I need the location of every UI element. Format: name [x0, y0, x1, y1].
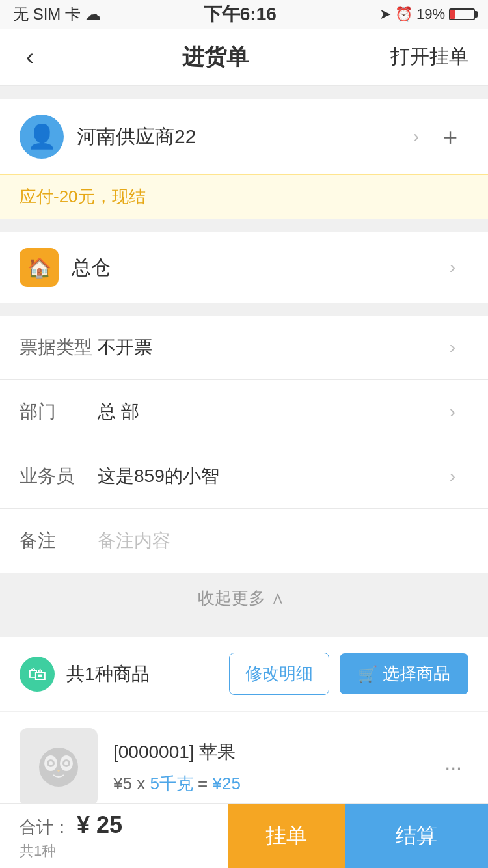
checkout-button[interactable]: 结算: [345, 804, 488, 869]
select-product-icon: 🛒: [358, 665, 377, 683]
person-icon: 👤: [27, 123, 57, 150]
remark-label: 备注: [20, 528, 98, 553]
remark-row[interactable]: 备注 备注内容: [0, 509, 488, 573]
svg-point-6: [64, 761, 68, 765]
svg-point-0: [39, 748, 78, 787]
page-title: 进货单: [182, 42, 249, 72]
dept-chevron-icon: ›: [450, 401, 455, 422]
product-count-text: 共1种商品: [66, 662, 229, 686]
total-amount: ¥ 25: [77, 811, 122, 839]
dept-label: 部门: [20, 400, 98, 424]
invoice-row[interactable]: 票据类型 不开票 ›: [0, 316, 488, 379]
form-section: 票据类型 不开票 › 部门 总 部 › 业务员 这是859的小智 › 备注 备注…: [0, 316, 488, 573]
sim-label: 无 SIM 卡 ☁: [13, 4, 101, 25]
chevron-right-icon: ›: [413, 126, 419, 147]
invoice-value: 不开票: [98, 335, 450, 360]
battery-icon: [449, 8, 475, 20]
invoice-chevron-icon: ›: [450, 337, 455, 358]
products-header: 🛍 共1种商品 修改明细 🛒 选择商品: [0, 637, 488, 711]
dept-value: 总 部: [98, 400, 450, 424]
collapse-label: 收起更多 ∧: [198, 587, 284, 610]
sales-label: 业务员: [20, 464, 98, 489]
back-button[interactable]: ‹: [20, 37, 40, 77]
warehouse-section[interactable]: 🏠 总仓 ›: [0, 232, 488, 303]
warehouse-icon-wrap: 🏠: [20, 248, 59, 287]
supplier-name: 河南供应商22: [77, 124, 413, 150]
sep-line-4: [0, 711, 488, 711]
status-bar: 无 SIM 卡 ☁ 下午6:16 ➤ ⏰ 19%: [0, 0, 488, 29]
notice-text: 应付-20元，现结: [20, 187, 146, 206]
product-thumb-owl: [33, 741, 85, 793]
product-thumbnail: [20, 728, 98, 806]
total-label: 合计：: [20, 816, 70, 839]
alarm-icon: ⏰: [395, 6, 413, 23]
separator-4: [0, 624, 488, 637]
add-button[interactable]: ＋: [432, 121, 468, 153]
location-icon: ➤: [379, 6, 391, 23]
product-name: [0000001] 苹果: [113, 740, 438, 765]
svg-point-5: [49, 761, 53, 765]
remark-input[interactable]: 备注内容: [98, 528, 468, 553]
sales-row[interactable]: 业务员 这是859的小智 ›: [0, 444, 488, 508]
footer: 合计： ¥ 25 共1种 挂单 结算: [0, 803, 488, 868]
price-eq: =: [198, 774, 212, 793]
separator-2: [0, 219, 488, 232]
footer-total: 合计： ¥ 25 共1种: [0, 811, 228, 861]
invoice-label: 票据类型: [20, 335, 98, 360]
product-more-button[interactable]: ···: [438, 749, 468, 786]
cart-icon: 🛍: [28, 663, 46, 685]
status-time: 下午6:16: [204, 2, 277, 27]
open-pending-button[interactable]: 打开挂单: [390, 44, 468, 70]
edit-detail-button[interactable]: 修改明细: [229, 653, 329, 695]
separator-3: [0, 303, 488, 316]
hang-button[interactable]: 挂单: [228, 804, 345, 869]
separator-1: [0, 86, 488, 99]
price-qty: 5千克: [150, 774, 193, 793]
warehouse-icon: 🏠: [27, 256, 51, 279]
select-product-label: 选择商品: [383, 662, 450, 685]
battery-percent: 19%: [416, 6, 445, 23]
warehouse-row[interactable]: 🏠 总仓 ›: [0, 232, 488, 303]
supplier-avatar: 👤: [20, 115, 64, 159]
notice-bar: 应付-20元，现结: [0, 174, 488, 219]
warehouse-chevron-icon: ›: [450, 257, 455, 278]
price-total: ¥25: [213, 774, 241, 793]
products-icon-wrap: 🛍: [20, 657, 55, 692]
product-price: ¥5 x 5千克 = ¥25: [113, 772, 438, 795]
price-x: x: [137, 774, 150, 793]
status-left: 无 SIM 卡 ☁: [13, 4, 101, 25]
dept-row[interactable]: 部门 总 部 ›: [0, 380, 488, 444]
nav-bar: ‹ 进货单 打开挂单: [0, 29, 488, 86]
footer-total-main: 合计： ¥ 25: [20, 811, 208, 839]
collapse-bar[interactable]: 收起更多 ∧: [0, 573, 488, 624]
products-header-row: 🛍 共1种商品 修改明细 🛒 选择商品: [0, 637, 488, 711]
product-info: [0000001] 苹果 ¥5 x 5千克 = ¥25: [113, 740, 438, 795]
sales-value: 这是859的小智: [98, 464, 450, 489]
select-product-button[interactable]: 🛒 选择商品: [340, 653, 468, 694]
sales-chevron-icon: ›: [450, 466, 455, 487]
total-sub: 共1种: [20, 841, 208, 861]
status-right: ➤ ⏰ 19%: [379, 6, 475, 23]
warehouse-name: 总仓: [72, 254, 450, 281]
supplier-row[interactable]: 👤 河南供应商22 › ＋: [0, 99, 488, 174]
supplier-section: 👤 河南供应商22 › ＋ 应付-20元，现结: [0, 99, 488, 219]
price-base: ¥5: [113, 774, 132, 793]
